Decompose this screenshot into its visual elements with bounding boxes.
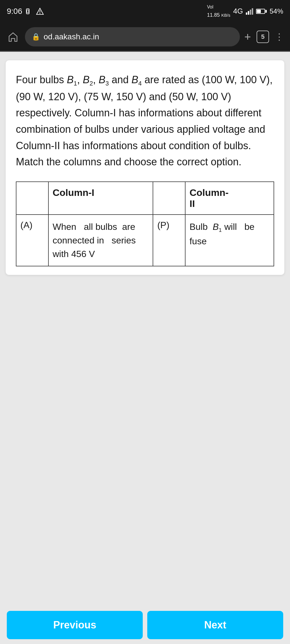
sim-icon (26, 8, 34, 14)
table-header-empty2 (153, 182, 185, 215)
tabs-count: 5 (261, 33, 265, 40)
lock-icon: 🔒 (32, 33, 40, 41)
row-col1-content: When all bulbs are connected in series w… (48, 215, 153, 266)
table-header-empty (16, 182, 48, 215)
table-row: (A) When all bulbs are connected in seri… (16, 215, 274, 266)
question-text: Four bulbs B1, B2, B3 and B4 are rated a… (16, 72, 274, 170)
network-speed: Vol 11.85 KB/s (207, 5, 230, 18)
svg-point-3 (39, 13, 40, 14)
question-card: Four bulbs B1, B2, B3 and B4 are rated a… (6, 60, 284, 275)
address-bar[interactable]: 🔒 od.aakash.ac.in (25, 27, 240, 46)
menu-button[interactable]: ⋮ (275, 31, 284, 42)
status-time: 9:06 (7, 7, 22, 16)
bottom-navigation: Previous Next (0, 605, 290, 644)
battery-percent: 54% (270, 7, 283, 15)
table-header-col2: Column-II (185, 182, 274, 215)
table-header-col1: Column-I (48, 182, 153, 215)
status-bar: 9:06 Vol 11.85 KB/s 4G (0, 0, 290, 23)
url-text: od.aakash.ac.in (44, 32, 99, 41)
match-table: Column-I Column-II (A) When all bulbs ar… (16, 181, 274, 266)
previous-button[interactable]: Previous (7, 611, 143, 639)
browser-bar: 🔒 od.aakash.ac.in + 5 ⋮ (0, 23, 290, 51)
generation-label: 4G (233, 7, 243, 16)
signal-strength (246, 8, 253, 15)
row-label-P: (P) (153, 215, 185, 266)
battery-indicator (256, 9, 267, 14)
main-content: Four bulbs B1, B2, B3 and B4 are rated a… (0, 52, 290, 605)
row-label-A: (A) (16, 215, 48, 266)
alert-icon (36, 8, 44, 15)
home-button[interactable] (6, 29, 20, 44)
home-icon (7, 31, 19, 42)
next-button[interactable]: Next (147, 611, 283, 639)
tabs-count-button[interactable]: 5 (257, 31, 269, 43)
row-col2-content: Bulb B1 will be fuse (185, 215, 274, 266)
svg-rect-1 (27, 10, 29, 13)
new-tab-button[interactable]: + (244, 31, 251, 43)
